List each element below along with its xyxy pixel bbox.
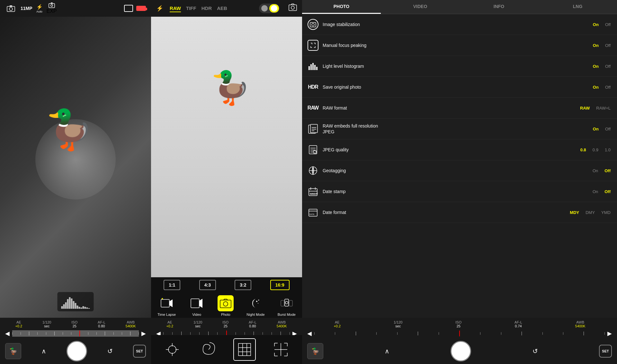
- histogram-label: Light level histogram: [323, 64, 588, 69]
- left-panel: 11MP ⚡ Auto EXP 🦆: [0, 0, 151, 364]
- hist-on[interactable]: On: [592, 63, 600, 69]
- subject-duck-middle: 🦆: [210, 69, 251, 107]
- iso-display: ISO 25: [71, 320, 77, 328]
- date-mdy[interactable]: MDY: [568, 209, 580, 216]
- exposure-toggle[interactable]: [259, 4, 280, 13]
- hdr-off[interactable]: Off: [604, 84, 612, 90]
- aspect-1-1[interactable]: 1:1: [164, 280, 180, 290]
- geo-off[interactable]: Off: [603, 168, 612, 174]
- svg-point-37: [285, 301, 288, 304]
- jpeg-quality-label: JPEG quality: [323, 147, 575, 152]
- middle-viewfinder[interactable]: 🦆: [151, 17, 302, 277]
- img-stab-on[interactable]: On: [592, 22, 600, 28]
- mode-burst[interactable]: Burst Mode: [278, 295, 296, 316]
- geo-on[interactable]: On: [591, 168, 599, 174]
- mode-timelapse[interactable]: Time Lapse: [157, 295, 176, 316]
- jpeg-q-08[interactable]: 0.8: [579, 147, 587, 153]
- crosshair-overlay-btn[interactable]: [161, 338, 183, 361]
- raw-format-options: RAW RAW+L: [579, 105, 612, 111]
- raw-raw[interactable]: RAW: [579, 105, 591, 111]
- slider-right-arrow[interactable]: ▶: [141, 330, 146, 337]
- setting-geotagging: Geotagging On Off: [302, 160, 617, 181]
- overlay-icons-row: [151, 335, 302, 364]
- burst-icon: [279, 295, 295, 311]
- set-button[interactable]: SET: [133, 345, 146, 358]
- mode-video[interactable]: Video: [189, 295, 205, 316]
- tab-lng[interactable]: LNG: [538, 0, 617, 14]
- shutter-display-right: 1/120 sec: [394, 320, 403, 328]
- shutter-row: 🦆 ∧ ↺ SET: [5, 340, 146, 363]
- svg-rect-39: [289, 300, 292, 306]
- tab-hdr[interactable]: HDR: [201, 5, 212, 12]
- slider-left-arrow-right[interactable]: ◀: [307, 330, 312, 337]
- last-photo-thumbnail[interactable]: 🦆: [5, 343, 21, 359]
- mfp-on[interactable]: On: [592, 42, 600, 49]
- date-format-icon: DATE: [307, 207, 319, 218]
- exp-button[interactable]: EXP: [47, 3, 57, 14]
- flash-icon-middle[interactable]: ⚡: [156, 5, 163, 12]
- exposure-slider[interactable]: ◀: [5, 330, 146, 337]
- hist-off[interactable]: Off: [604, 63, 612, 69]
- photo-label: Photo: [221, 313, 230, 316]
- set-button-right[interactable]: SET: [599, 345, 612, 358]
- last-photo-thumbnail-right[interactable]: 🦆: [307, 343, 323, 359]
- flash-button[interactable]: ⚡ Auto: [36, 4, 43, 13]
- aspect-3-2[interactable]: 3:2: [235, 280, 251, 290]
- mfp-off[interactable]: Off: [604, 42, 612, 49]
- tab-photo[interactable]: PHOTO: [302, 0, 381, 14]
- shutter-button-right[interactable]: [451, 341, 471, 361]
- shutter-button[interactable]: [67, 341, 87, 361]
- manual-focus-label: Manual focus peaking: [323, 43, 588, 48]
- tab-info[interactable]: INFO: [460, 0, 538, 14]
- hdr-on[interactable]: On: [592, 84, 600, 90]
- chevron-up-btn[interactable]: ∧: [41, 347, 46, 355]
- aspect-16-9[interactable]: 16:9: [270, 280, 290, 290]
- nightmode-label: Night Mode: [246, 313, 264, 316]
- raw-embeds-off[interactable]: Off: [604, 126, 612, 132]
- date-stamp-off[interactable]: Off: [603, 189, 612, 195]
- svg-point-41: [312, 23, 314, 26]
- date-dmy[interactable]: DMY: [584, 209, 596, 216]
- settings-tabs: PHOTO VIDEO INFO LNG: [302, 0, 617, 14]
- setting-histogram: Light level histogram On Off: [302, 56, 617, 77]
- grid3x3-overlay-btn[interactable]: [233, 338, 256, 361]
- date-format-options: MDY DMY YMD: [568, 209, 612, 216]
- svg-rect-31: [220, 300, 231, 308]
- aspect-4-3[interactable]: 4:3: [199, 280, 216, 290]
- hdr-save-options: On Off: [592, 84, 612, 90]
- toggle-off[interactable]: [260, 4, 269, 13]
- tab-video[interactable]: VIDEO: [381, 0, 460, 14]
- setting-date-stamp: IMMDRY Date stamp On Off: [302, 181, 617, 202]
- svg-rect-46: [316, 67, 317, 70]
- toggle-on[interactable]: [269, 4, 279, 13]
- mode-photo[interactable]: Photo: [218, 295, 234, 316]
- left-viewfinder[interactable]: 🦆: [0, 17, 151, 318]
- timer-button[interactable]: ↺: [107, 347, 113, 355]
- img-stab-off[interactable]: Off: [604, 22, 612, 28]
- mode-nightmode[interactable]: Night Mode: [246, 295, 264, 316]
- spiral-overlay-btn[interactable]: [197, 338, 220, 361]
- date-stamp-on[interactable]: On: [591, 189, 599, 195]
- battery-icon: [136, 6, 146, 11]
- raw-rawl[interactable]: RAW+L: [595, 105, 612, 111]
- camera-mode-icon[interactable]: [5, 3, 17, 14]
- timelapse-icon: [159, 295, 175, 311]
- left-bottom-controls: AE +0.2 1/120 sec ISO 25 AF-L 0.80 AWB 5…: [0, 318, 151, 364]
- slider-right-arrow-right[interactable]: ▶: [607, 330, 612, 337]
- tab-tiff[interactable]: TIFF: [186, 5, 196, 12]
- grid4-overlay-btn[interactable]: [270, 338, 292, 361]
- tab-raw[interactable]: RAW: [170, 5, 181, 12]
- camera-switch-button[interactable]: [289, 3, 297, 13]
- geotagging-options: On Off: [591, 168, 612, 174]
- jpeg-q-09[interactable]: 0.9: [591, 147, 600, 153]
- raw-format-icon: RAW: [307, 102, 319, 114]
- manual-focus-icon: [307, 40, 319, 51]
- jpeg-q-10[interactable]: 1.0: [604, 147, 612, 153]
- chevron-up-btn-right[interactable]: ∧: [385, 347, 389, 355]
- tab-aeb[interactable]: AEB: [217, 5, 227, 12]
- date-ymd[interactable]: YMD: [600, 209, 612, 216]
- svg-rect-42: [308, 66, 310, 70]
- timer-button-right[interactable]: ↺: [532, 347, 538, 355]
- slider-left-arrow[interactable]: ◀: [5, 330, 10, 337]
- raw-embeds-on[interactable]: On: [592, 126, 600, 132]
